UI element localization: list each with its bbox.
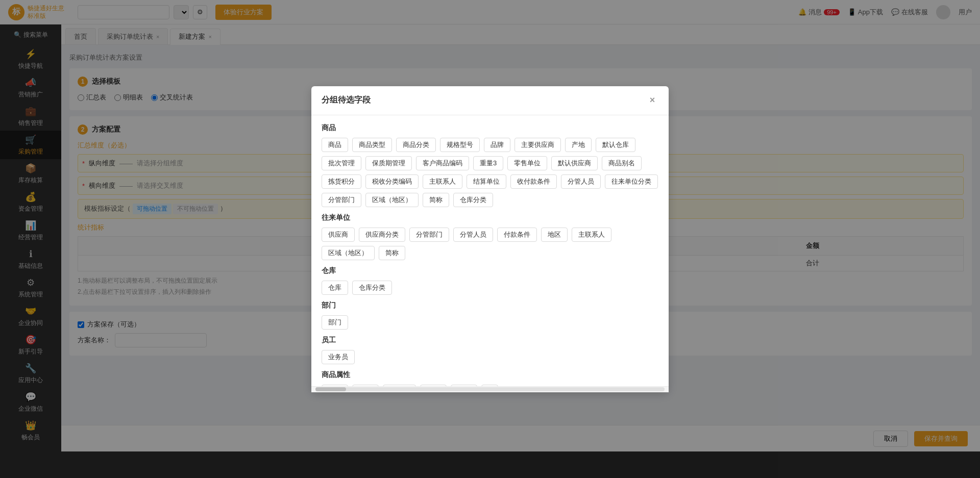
field-chip[interactable]: 区域（地区） bbox=[322, 246, 375, 260]
h-scrollbar[interactable] bbox=[315, 387, 665, 391]
field-chip[interactable]: 收付款条件 bbox=[510, 174, 557, 189]
field-chip[interactable]: 供应商 bbox=[322, 228, 355, 242]
field-chip[interactable]: 客户商品编码 bbox=[416, 156, 469, 170]
field-chip[interactable]: 区域（地区） bbox=[365, 193, 419, 207]
field-chip[interactable]: 分管人员 bbox=[453, 228, 493, 242]
field-chip[interactable]: 批次管理 bbox=[322, 156, 361, 170]
field-chip[interactable]: 分管部门 bbox=[409, 228, 449, 242]
field-chip[interactable]: 业务员 bbox=[322, 350, 355, 364]
field-chip[interactable]: 拣货积分 bbox=[322, 174, 361, 189]
field-chip[interactable]: 简称 bbox=[423, 193, 449, 207]
h-scrollbar-thumb[interactable] bbox=[315, 387, 346, 391]
modal-section-title: 往来单位 bbox=[322, 213, 658, 222]
modal-section-title: 部门 bbox=[322, 301, 658, 310]
field-chip[interactable]: 主联系人 bbox=[572, 228, 611, 242]
modal-field-group: 业务员 bbox=[322, 350, 658, 364]
field-chip[interactable]: 主要供应商 bbox=[514, 138, 561, 152]
field-chip[interactable]: 主联系人 bbox=[423, 174, 462, 189]
field-chip[interactable]: 仓库 bbox=[322, 281, 348, 295]
modal-close-button[interactable]: × bbox=[646, 94, 658, 107]
field-chip[interactable]: 商品分类 bbox=[396, 138, 436, 152]
field-chip[interactable]: 地区 bbox=[541, 228, 568, 242]
field-chip[interactable]: 仓库分类 bbox=[453, 193, 493, 207]
field-chip[interactable]: 重量3 bbox=[473, 156, 503, 170]
field-chip[interactable]: 分管人员 bbox=[561, 174, 601, 189]
field-chip[interactable]: 简称 bbox=[379, 246, 405, 260]
field-chip[interactable]: 部门 bbox=[322, 315, 348, 330]
modal-section-title: 仓库 bbox=[322, 266, 658, 275]
field-chip[interactable]: 往来单位分类 bbox=[605, 174, 658, 189]
field-chip[interactable]: 税收分类编码 bbox=[365, 174, 419, 189]
modal-overlay: 分组待选字段 × 商品商品商品类型商品分类规格型号品牌主要供应商产地默认仓库批次… bbox=[0, 0, 980, 478]
field-chip[interactable]: 供应商分类 bbox=[359, 228, 405, 242]
modal-section-title: 商品属性 bbox=[322, 370, 658, 380]
modal-title: 分组待选字段 bbox=[322, 95, 371, 106]
field-chip[interactable]: 品牌 bbox=[484, 138, 510, 152]
field-chip[interactable]: 仓库分类 bbox=[352, 281, 392, 295]
field-chip[interactable]: 商品别名 bbox=[602, 156, 642, 170]
modal-field-group: 仓库仓库分类 bbox=[322, 281, 658, 295]
modal-header: 分组待选字段 × bbox=[311, 86, 669, 115]
field-chip[interactable]: 规格型号 bbox=[440, 138, 480, 152]
modal-body: 商品商品商品类型商品分类规格型号品牌主要供应商产地默认仓库批次管理保质期管理客户… bbox=[311, 115, 669, 387]
modal-field-group: 部门 bbox=[322, 315, 658, 330]
field-chip[interactable]: 商品 bbox=[322, 138, 348, 152]
field-chip[interactable]: 分管部门 bbox=[322, 193, 361, 207]
modal-section-title: 员工 bbox=[322, 336, 658, 345]
modal-dialog: 分组待选字段 × 商品商品商品类型商品分类规格型号品牌主要供应商产地默认仓库批次… bbox=[311, 86, 669, 392]
field-chip[interactable]: 产地 bbox=[565, 138, 592, 152]
field-chip[interactable]: 付款条件 bbox=[497, 228, 537, 242]
field-chip[interactable]: 保质期管理 bbox=[365, 156, 412, 170]
field-chip[interactable]: 结算单位 bbox=[467, 174, 506, 189]
modal-section-title: 商品 bbox=[322, 123, 658, 133]
field-chip[interactable]: 默认仓库 bbox=[596, 138, 635, 152]
field-chip[interactable]: 默认供应商 bbox=[551, 156, 598, 170]
modal-field-group: 供应商供应商分类分管部门分管人员付款条件地区主联系人区域（地区）简称 bbox=[322, 228, 658, 260]
modal-field-group: 商品商品类型商品分类规格型号品牌主要供应商产地默认仓库批次管理保质期管理客户商品… bbox=[322, 138, 658, 207]
field-chip[interactable]: 商品类型 bbox=[352, 138, 392, 152]
field-chip[interactable]: 零售单位 bbox=[507, 156, 547, 170]
modal-horizontal-scroll[interactable] bbox=[311, 386, 669, 392]
